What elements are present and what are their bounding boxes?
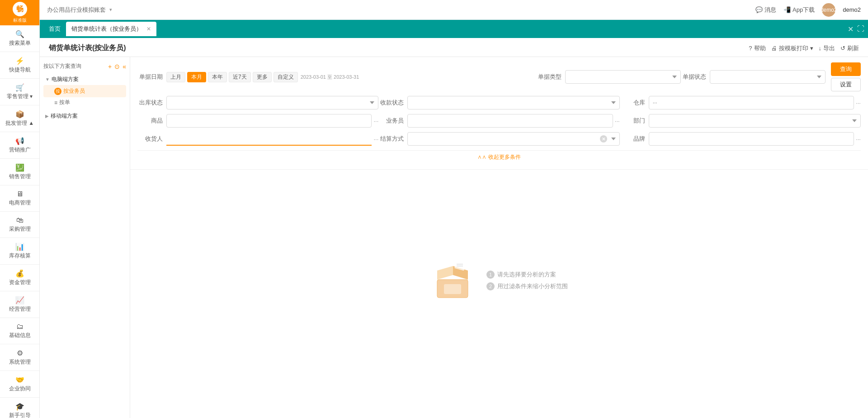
content-area: 按以下方案查询 + ⊙ « ▼ 电脑端方案 按 按业务员 — [40, 57, 868, 418]
avatar[interactable]: demo2 — [822, 3, 835, 17]
template-print-button[interactable]: 🖨 按模板打印 ▾ — [771, 44, 813, 52]
collapse-label: 收起更多条件 — [488, 154, 521, 160]
tab-close-window-icon[interactable]: ✕ — [848, 25, 854, 33]
refresh-button[interactable]: ↺ 刷新 — [840, 44, 859, 52]
sidebar-item-retail[interactable]: 🛒 零售管理 ▾ — [0, 79, 39, 105]
settlement-select[interactable] — [407, 132, 619, 146]
filter-date: 单据日期 上月 本月 本年 近7天 更多 自定义 20 — [137, 72, 536, 82]
help-button[interactable]: ? 帮助 — [749, 44, 765, 52]
consignee-label: 收货人 — [137, 135, 166, 143]
receipt-status-select[interactable] — [407, 96, 619, 109]
export-label: 导出 — [823, 44, 835, 52]
sidebar-item-shortcut[interactable]: ⚡ 快捷导航 — [0, 52, 39, 79]
settlement-label: 结算方式 — [378, 135, 407, 143]
consignee-dots-icon[interactable]: ··· — [373, 136, 378, 142]
filter-row-2: 出库状态 收款状态 仓库 — [137, 96, 861, 109]
date-tab-thismonth[interactable]: 本月 — [187, 72, 206, 82]
settlement-clear-button[interactable]: ✕ — [600, 135, 607, 142]
tabbar-right: ✕ ⛶ — [848, 25, 864, 33]
app-download-button[interactable]: 📲 App下载 — [783, 6, 815, 14]
date-tab-more[interactable]: 更多 — [253, 72, 272, 82]
brand-dots-icon[interactable]: ··· — [856, 136, 861, 142]
message-icon: 💬 — [755, 6, 763, 13]
brand-input[interactable] — [649, 132, 854, 146]
tab-sales-stat[interactable]: 销货单统计表（按业务员） ✕ — [66, 22, 156, 36]
doc-status-select[interactable] — [710, 70, 826, 84]
date-tab-thisyear[interactable]: 本年 — [208, 72, 227, 82]
enterprise-icon: 🤝 — [2, 375, 38, 384]
add-scheme-icon[interactable]: + — [108, 63, 112, 70]
sidebar-item-guide[interactable]: 🎓 新手引导 — [0, 398, 39, 418]
tip2-text: 用过滤条件来缩小分析范围 — [497, 282, 568, 290]
topbar-right: 💬 消息 📲 App下载 demo2 demo2 — [755, 3, 861, 17]
home-tab-label: 首页 — [49, 25, 61, 33]
scheme-by-order-label: 按单 — [59, 99, 70, 106]
scheme-group-pc-title[interactable]: ▼ 电脑端方案 — [43, 74, 126, 85]
setting-button[interactable]: 设置 — [831, 78, 861, 91]
scheme-group-mobile: ▶ 移动端方案 — [43, 110, 126, 122]
breadcrumb-dropdown[interactable]: ▾ — [109, 7, 112, 13]
tip2-num: 2 — [486, 282, 495, 290]
export-button[interactable]: ↓ 导出 — [819, 44, 835, 52]
date-tab-custom[interactable]: 自定义 — [274, 72, 298, 82]
sidebar-item-sales[interactable]: 💹 销售管理 — [0, 159, 39, 185]
sidebar-item-purchase[interactable]: 🛍 采购管理 — [0, 212, 39, 238]
page-actions: ? 帮助 🖨 按模板打印 ▾ ↓ 导出 ↺ 刷新 — [749, 44, 859, 52]
sidebar-item-wholesale[interactable]: 📦 批发管理 ▲ — [0, 105, 39, 132]
sidebar-item-marketing[interactable]: 📢 营销推广 — [0, 132, 39, 159]
sidebar-item-finance[interactable]: 💰 资金管理 — [0, 265, 39, 291]
operation-icon: 📈 — [2, 296, 38, 304]
filter-settlement: 结算方式 ✕ — [378, 132, 619, 146]
scheme-item-by-order[interactable]: ≡ 按单 — [43, 97, 126, 108]
receipt-status-label: 收款状态 — [378, 99, 407, 107]
sidebar-item-basic[interactable]: 🗂 基础信息 — [0, 318, 39, 344]
sidebar-item-enterprise[interactable]: 🤝 企业协同 — [0, 371, 39, 398]
filter-brand: 品牌 ··· — [620, 132, 861, 146]
doc-type-select[interactable] — [565, 70, 681, 84]
scheme-group-mobile-title[interactable]: ▶ 移动端方案 — [43, 110, 126, 122]
app-name: 标准版 — [13, 17, 27, 24]
wholesale-icon: 📦 — [2, 110, 38, 119]
warehouse-dots-icon[interactable]: ··· — [856, 100, 861, 106]
salesperson-input[interactable] — [407, 114, 613, 128]
sidebar-item-system[interactable]: ⚙ 系统管理 — [0, 344, 39, 371]
group-mobile-label: 移动端方案 — [51, 112, 78, 120]
query-button[interactable]: 查询 — [831, 62, 861, 76]
warehouse-input[interactable] — [649, 96, 854, 109]
date-filter: 上月 本月 本年 近7天 更多 自定义 2023-03-01 至 2023-03… — [166, 72, 536, 82]
group-arrow-icon: ▼ — [45, 77, 50, 82]
date-tab-lastmonth[interactable]: 上月 — [166, 72, 185, 82]
scheme-by-salesperson-label: 按业务员 — [63, 87, 85, 95]
sidebar-item-inventory[interactable]: 📊 库存核算 — [0, 238, 39, 265]
date-tab-7days[interactable]: 近7天 — [229, 72, 251, 82]
scheme-group-pc: ▼ 电脑端方案 按 按业务员 ≡ 按单 — [43, 74, 126, 108]
tab-maximize-icon[interactable]: ⛶ — [857, 25, 864, 33]
svg-marker-1 — [437, 266, 453, 280]
salesperson-dots-icon[interactable]: ··· — [615, 118, 620, 124]
scheme-item-by-salesperson[interactable]: 按 按业务员 — [43, 85, 126, 97]
scheme-query-label: 按以下方案查询 — [43, 62, 81, 70]
filter-salesperson: 业务员 ··· — [378, 114, 619, 128]
sidebar-item-search[interactable]: 🔍 搜索菜单 — [0, 25, 39, 52]
out-status-select[interactable] — [166, 96, 378, 109]
left-panel-header: 按以下方案查询 + ⊙ « — [43, 62, 126, 70]
message-button[interactable]: 💬 消息 — [755, 6, 776, 14]
page-body: 销货单统计表(按业务员) ? 帮助 🖨 按模板打印 ▾ ↓ 导出 ↺ 刷新 — [40, 38, 868, 418]
collapse-bar[interactable]: ∧∧ 收起更多条件 — [137, 150, 861, 164]
guide-icon: 🎓 — [2, 402, 38, 411]
edit-scheme-icon[interactable]: ⊙ — [114, 63, 120, 70]
tab-close-icon[interactable]: ✕ — [146, 26, 151, 32]
goods-dots-icon[interactable]: ··· — [373, 118, 378, 124]
warehouse-label: 仓库 — [620, 99, 649, 107]
sidebar-item-operation[interactable]: 📈 经营管理 — [0, 291, 39, 318]
template-print-label: 按模板打印 — [779, 44, 808, 52]
tab-home[interactable]: 首页 — [43, 22, 66, 36]
sidebar-item-ecommerce[interactable]: 🖥 电商管理 — [0, 185, 39, 212]
ecommerce-icon: 🖥 — [2, 190, 38, 198]
consignee-input[interactable] — [166, 132, 372, 146]
goods-input[interactable] — [166, 114, 372, 128]
help-icon: ? — [749, 45, 752, 52]
dept-select[interactable] — [649, 114, 861, 128]
out-status-label: 出库状态 — [137, 99, 166, 107]
collapse-panel-icon[interactable]: « — [123, 63, 126, 70]
